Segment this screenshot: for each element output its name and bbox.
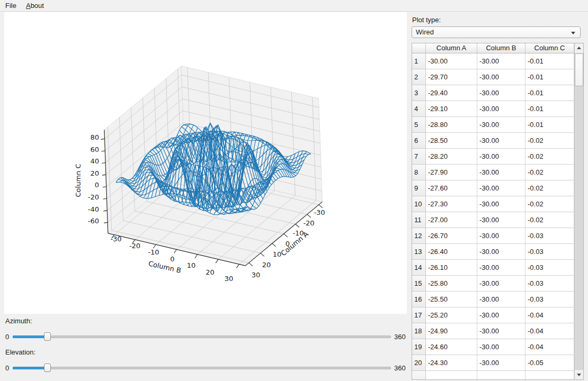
- table-row[interactable]: 2-29.70-30.00-0.01: [412, 69, 574, 85]
- table-row[interactable]: 14-26.10-30.00-0.03: [412, 260, 574, 276]
- table-cell[interactable]: -0.04: [525, 323, 574, 339]
- table-cell[interactable]: -0.03: [525, 292, 574, 307]
- table-row[interactable]: 13-26.40-30.00-0.03: [412, 244, 574, 260]
- scrollbar-thumb[interactable]: [575, 53, 583, 86]
- table-cell[interactable]: -0.03: [525, 244, 574, 260]
- row-number[interactable]: 20: [412, 355, 426, 371]
- table-cell[interactable]: -0.01: [525, 117, 574, 133]
- table-row[interactable]: 20-24.30-30.00-0.05: [412, 355, 574, 371]
- azimuth-slider[interactable]: [13, 335, 391, 338]
- table-cell[interactable]: -27.30: [426, 196, 477, 212]
- table-cell[interactable]: -0.04: [525, 339, 574, 355]
- table-cell[interactable]: -30.00: [477, 260, 525, 276]
- plot-type-combobox[interactable]: Wired: [412, 26, 581, 38]
- table-header-column-b[interactable]: Column B: [477, 43, 525, 53]
- row-number[interactable]: 17: [412, 307, 426, 323]
- scrollbar-down-button[interactable]: [575, 369, 583, 379]
- table-cell[interactable]: -26.40: [426, 244, 477, 260]
- table-cell[interactable]: -30.00: [477, 276, 525, 292]
- row-number[interactable]: 11: [412, 212, 426, 228]
- table-cell[interactable]: -25.50: [426, 292, 477, 307]
- table-cell[interactable]: -30.00: [477, 244, 525, 260]
- table-row[interactable]: 15-25.80-30.00-0.03: [412, 276, 574, 292]
- table-row[interactable]: 12-26.70-30.00-0.03: [412, 228, 574, 244]
- table-cell[interactable]: -0.02: [525, 212, 574, 228]
- table-cell[interactable]: -30.00: [477, 292, 525, 307]
- row-number[interactable]: 14: [412, 260, 426, 276]
- table-cell[interactable]: -30.00: [477, 355, 525, 371]
- row-number[interactable]: 4: [412, 101, 426, 117]
- table-cell[interactable]: -0.04: [525, 307, 574, 323]
- table-cell[interactable]: -0.03: [525, 260, 574, 276]
- scrollbar-up-button[interactable]: [575, 43, 583, 53]
- table-cell[interactable]: -0.02: [525, 165, 574, 180]
- table-cell[interactable]: -27.00: [426, 212, 477, 228]
- table-row[interactable]: 1-30.00-30.00-0.01: [412, 53, 574, 69]
- azimuth-slider-handle[interactable]: [44, 332, 51, 341]
- table-row[interactable]: 10-27.30-30.00-0.02: [412, 196, 574, 212]
- row-number[interactable]: 2: [412, 69, 426, 85]
- table-header-column-a[interactable]: Column A: [426, 43, 477, 53]
- table-cell[interactable]: -30.00: [477, 323, 525, 339]
- table-cell[interactable]: -30.00: [477, 228, 525, 244]
- table-cell[interactable]: -30.00: [477, 117, 525, 133]
- table-cell[interactable]: -29.70: [426, 69, 477, 85]
- row-number[interactable]: 5: [412, 117, 426, 133]
- row-number[interactable]: 3: [412, 85, 426, 101]
- row-number[interactable]: 9: [412, 180, 426, 196]
- table-row[interactable]: 6-28.50-30.00-0.02: [412, 133, 574, 149]
- row-number[interactable]: 8: [412, 165, 426, 180]
- table-cell[interactable]: -30.00: [477, 180, 525, 196]
- row-number[interactable]: 16: [412, 292, 426, 307]
- table-row[interactable]: 9-27.60-30.00-0.02: [412, 180, 574, 196]
- table-cell[interactable]: -26.10: [426, 260, 477, 276]
- row-number[interactable]: 12: [412, 228, 426, 244]
- row-number[interactable]: 1: [412, 53, 426, 69]
- row-number[interactable]: 6: [412, 133, 426, 149]
- table-row[interactable]: 16-25.50-30.00-0.03: [412, 292, 574, 307]
- row-number[interactable]: 7: [412, 149, 426, 165]
- table-cell[interactable]: -0.02: [525, 196, 574, 212]
- table-cell[interactable]: -30.00: [477, 196, 525, 212]
- table-cell[interactable]: -0.03: [525, 276, 574, 292]
- table-cell[interactable]: -27.90: [426, 165, 477, 180]
- row-number[interactable]: 13: [412, 244, 426, 260]
- elevation-slider-handle[interactable]: [44, 364, 51, 372]
- table-vertical-scrollbar[interactable]: [574, 43, 583, 379]
- row-number[interactable]: 15: [412, 276, 426, 292]
- table-cell[interactable]: -30.00: [477, 53, 525, 69]
- table-cell[interactable]: -30.00: [477, 165, 525, 180]
- table-cell[interactable]: -0.03: [525, 228, 574, 244]
- table-cell[interactable]: -26.70: [426, 228, 477, 244]
- table-row[interactable]: 5-28.80-30.00-0.01: [412, 117, 574, 133]
- table-cell[interactable]: -30.00: [477, 307, 525, 323]
- table-row[interactable]: 4-29.10-30.00-0.01: [412, 101, 574, 117]
- table-row[interactable]: 8-27.90-30.00-0.02: [412, 165, 574, 180]
- table-row[interactable]: 17-25.20-30.00-0.04: [412, 307, 574, 323]
- row-number[interactable]: 19: [412, 339, 426, 355]
- table-cell[interactable]: -25.20: [426, 307, 477, 323]
- table-cell[interactable]: -24.90: [426, 323, 477, 339]
- menu-about[interactable]: About: [21, 0, 49, 11]
- table-row[interactable]: 18-24.90-30.00-0.04: [412, 323, 574, 339]
- table-header-column-c[interactable]: Column C: [525, 43, 574, 53]
- table-row[interactable]: 11-27.00-30.00-0.02: [412, 212, 574, 228]
- row-number[interactable]: 18: [412, 323, 426, 339]
- table-cell[interactable]: -30.00: [477, 212, 525, 228]
- table-cell[interactable]: -0.01: [525, 53, 574, 69]
- table-cell[interactable]: -30.00: [477, 339, 525, 355]
- table-cell[interactable]: -24.30: [426, 355, 477, 371]
- table-cell[interactable]: -29.40: [426, 85, 477, 101]
- table-cell[interactable]: -25.80: [426, 276, 477, 292]
- table-cell[interactable]: -0.02: [525, 133, 574, 149]
- table-cell[interactable]: -0.01: [525, 101, 574, 117]
- table-corner-header[interactable]: [412, 43, 426, 53]
- table-cell[interactable]: -30.00: [477, 149, 525, 165]
- table-cell[interactable]: -30.00: [477, 133, 525, 149]
- table-cell[interactable]: -30.00: [426, 53, 477, 69]
- table-cell[interactable]: -30.00: [477, 101, 525, 117]
- menu-file[interactable]: File: [1, 0, 21, 11]
- row-number[interactable]: 10: [412, 196, 426, 212]
- table-row[interactable]: 3-29.40-30.00-0.01: [412, 85, 574, 101]
- table-cell[interactable]: -30.00: [477, 69, 525, 85]
